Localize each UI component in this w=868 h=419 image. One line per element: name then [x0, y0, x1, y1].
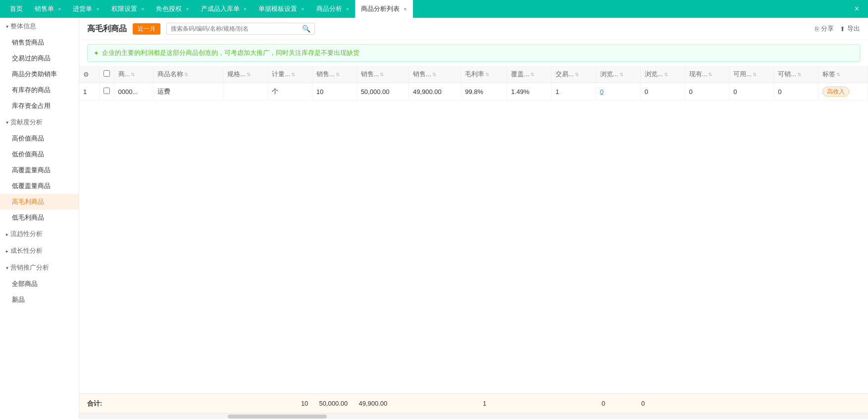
- nav-product-entry[interactable]: 产成品入库单 ×: [195, 0, 253, 18]
- sidebar-item-new-goods[interactable]: 新品: [0, 292, 79, 308]
- sort-icon-coverage: ⇅: [530, 72, 534, 77]
- col-sales-qty[interactable]: 销售...⇅: [312, 66, 357, 83]
- sort-icon-transaction: ⇅: [575, 72, 579, 77]
- window-close-button[interactable]: ×: [850, 4, 864, 13]
- col-gross-margin[interactable]: 毛利率⇅: [461, 66, 507, 83]
- close-role-permissions[interactable]: ×: [186, 6, 189, 12]
- top-navigation: 首页 销售单 × 进货单 × 权限设置 × 角色授权 × 产成品入库单 × 单据…: [0, 0, 868, 18]
- col-name[interactable]: 商品名称⇅: [153, 66, 223, 83]
- sidebar-section-wealth-analysis[interactable]: ▾ 贡献度分析: [0, 114, 79, 131]
- sort-icon-available1: ⇅: [708, 72, 712, 77]
- cell-sales-profit: 49,900.00: [408, 83, 460, 100]
- col-coverage[interactable]: 覆盖...⇅: [507, 66, 552, 83]
- sidebar-item-goods-analysis[interactable]: 商品分类助销率: [0, 66, 79, 82]
- nav-product-analysis[interactable]: 商品分析 ×: [310, 0, 355, 18]
- content-area: 高毛利商品 近一月 🔍 ⎘ 分享 ⬆ 导出 ✦ 企业的主要的利润都是这部分商品创…: [79, 18, 868, 419]
- table-wrap[interactable]: ⚙ 商...⇅ 商品名称⇅ 规格...⇅ 计量...⇅ 销售...⇅ 销售...…: [79, 66, 868, 393]
- col-saleable[interactable]: 可销...⇅: [774, 66, 818, 83]
- share-button[interactable]: ⎘ 分享: [815, 24, 834, 33]
- scrollbar-thumb[interactable]: [228, 415, 327, 419]
- col-settings[interactable]: ⚙: [79, 66, 99, 83]
- footer-sales-qty: 10: [272, 400, 312, 407]
- nav-role-permissions[interactable]: 角色授权 ×: [150, 0, 195, 18]
- time-filter-button[interactable]: 近一月: [133, 23, 160, 35]
- col-browse1[interactable]: 浏览...⇅: [596, 66, 640, 83]
- export-icon: ⬆: [840, 25, 845, 33]
- cell-browse1[interactable]: 0: [596, 83, 640, 100]
- sidebar-item-high-value-goods[interactable]: 高价值商品: [0, 131, 79, 146]
- cell-gross-margin: 99.8%: [461, 83, 507, 100]
- col-sales-profit[interactable]: 销售...⇅: [408, 66, 460, 83]
- sidebar-collapse-button[interactable]: «: [79, 25, 79, 39]
- nav-template-settings[interactable]: 单据模板设置 ×: [253, 0, 310, 18]
- sort-icon-name: ⇅: [184, 72, 188, 77]
- cell-saleable: 0: [774, 83, 818, 100]
- nav-permissions[interactable]: 权限设置 ×: [105, 0, 150, 18]
- nav-product-analysis-list[interactable]: 商品分析列表 ×: [355, 0, 412, 18]
- cell-num: 1: [79, 83, 99, 100]
- cell-coverage: 1.49%: [507, 83, 552, 100]
- cell-code: 0000...: [114, 83, 153, 100]
- sort-icon-spec: ⇅: [247, 72, 251, 77]
- close-product-entry[interactable]: ×: [244, 6, 247, 12]
- col-code[interactable]: 商...⇅: [114, 66, 153, 83]
- col-available2[interactable]: 可用...⇅: [729, 66, 774, 83]
- export-button[interactable]: ⬆ 导出: [840, 24, 860, 33]
- settings-icon[interactable]: ⚙: [83, 71, 89, 78]
- search-input[interactable]: [171, 25, 302, 32]
- cell-sales-qty: 10: [312, 83, 357, 100]
- sidebar-item-high-margin-goods[interactable]: 高毛利商品: [0, 194, 79, 210]
- page-title: 高毛利商品: [87, 24, 127, 34]
- nav-sales-order[interactable]: 销售单 ×: [29, 0, 67, 18]
- sidebar-item-all-goods[interactable]: 全部商品: [0, 276, 79, 292]
- sidebar: « ▾ 整体信息 销售货商品 交易过的商品 商品分类助销率 有库存的商品 库存资…: [0, 18, 79, 419]
- cell-browse2: 0: [640, 83, 685, 100]
- table-row: 1 0000... 运费 个 10 50,000.00 49,900.00 99…: [79, 83, 868, 100]
- sidebar-item-stock-capital[interactable]: 库存资金占用: [0, 98, 79, 114]
- nav-purchase-order[interactable]: 进货单 ×: [67, 0, 105, 18]
- arrow-right-icon-2: ▸: [6, 248, 8, 254]
- table-header-row: ⚙ 商...⇅ 商品名称⇅ 规格...⇅ 计量...⇅ 销售...⇅ 销售...…: [79, 66, 868, 83]
- sidebar-item-high-freq-goods[interactable]: 高覆盖量商品: [0, 162, 79, 178]
- sidebar-section-overall-info[interactable]: ▾ 整体信息: [0, 18, 79, 35]
- sidebar-item-in-stock-goods[interactable]: 有库存的商品: [0, 82, 79, 98]
- col-unit[interactable]: 计量...⇅: [267, 66, 312, 83]
- search-icon[interactable]: 🔍: [302, 25, 310, 33]
- close-product-analysis-list[interactable]: ×: [404, 6, 407, 12]
- sidebar-item-low-value-goods[interactable]: 低价值商品: [0, 146, 79, 162]
- sidebar-item-sales-goods[interactable]: 销售货商品: [0, 35, 79, 50]
- sidebar-item-traded-goods[interactable]: 交易过的商品: [0, 50, 79, 66]
- tag-badge: 高收入: [822, 87, 849, 96]
- close-permissions[interactable]: ×: [141, 6, 144, 12]
- select-all-checkbox[interactable]: [103, 70, 110, 77]
- close-sales-order[interactable]: ×: [58, 6, 61, 12]
- tip-icon: ✦: [94, 49, 99, 57]
- nav-home[interactable]: 首页: [4, 0, 29, 18]
- cell-tag: 高收入: [818, 83, 868, 100]
- arrow-down-icon-2: ▾: [6, 120, 8, 125]
- col-tag[interactable]: 标签⇅: [818, 66, 868, 83]
- close-purchase-order[interactable]: ×: [96, 6, 99, 12]
- sort-icon-unit: ⇅: [291, 72, 295, 77]
- sort-icon-gross-margin: ⇅: [485, 72, 489, 77]
- row-checkbox[interactable]: [103, 88, 110, 94]
- close-template-settings[interactable]: ×: [301, 6, 304, 12]
- footer-sales-amount: 50,000.00: [312, 400, 352, 407]
- search-wrap: 🔍: [166, 23, 315, 35]
- close-product-analysis[interactable]: ×: [346, 6, 349, 12]
- col-sales-amount[interactable]: 销售...⇅: [357, 66, 408, 83]
- cell-checkbox[interactable]: [99, 83, 114, 100]
- sidebar-section-growth-analysis[interactable]: ▸ 成长性分析: [0, 242, 79, 259]
- col-browse2[interactable]: 浏览...⇅: [640, 66, 685, 83]
- col-spec[interactable]: 规格...⇅: [223, 66, 268, 83]
- sidebar-item-low-margin-goods[interactable]: 低毛利商品: [0, 210, 79, 226]
- footer-sales-profit: 49,900.00: [352, 400, 391, 407]
- sidebar-section-trend-analysis[interactable]: ▸ 流趋性分析: [0, 226, 79, 242]
- col-checkbox[interactable]: [99, 66, 114, 83]
- col-transaction[interactable]: 交易...⇅: [551, 66, 596, 83]
- sidebar-section-marketing-analysis[interactable]: ▾ 营销推广分析: [0, 259, 79, 276]
- cell-sales-amount: 50,000.00: [357, 83, 408, 100]
- col-available1[interactable]: 现有...⇅: [685, 66, 729, 83]
- horizontal-scrollbar[interactable]: [79, 413, 868, 419]
- sidebar-item-low-freq-goods[interactable]: 低覆盖量商品: [0, 178, 79, 194]
